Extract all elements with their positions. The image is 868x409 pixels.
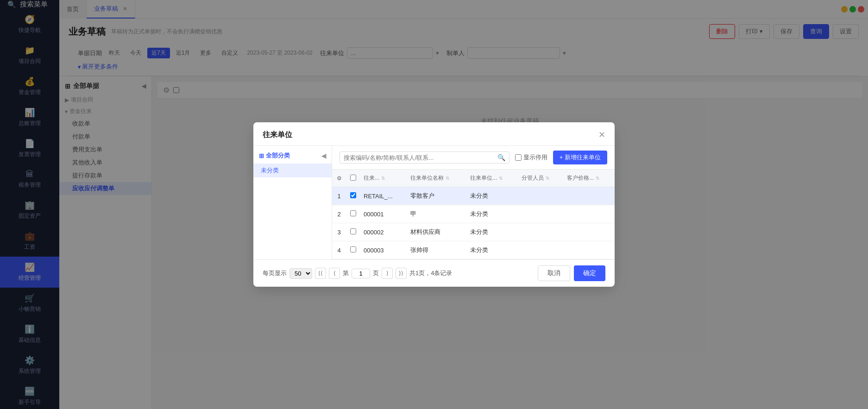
row-price-0 (563, 187, 615, 205)
search-box: 🔍 (340, 151, 509, 164)
sort-name-icon: ⇅ (446, 176, 449, 181)
dialog-toolbar: 🔍 显示停用 + 新增往来单位 (332, 146, 615, 170)
row-check-0[interactable] (350, 192, 356, 198)
th-code: 往来... ⇅ (360, 170, 407, 187)
row-category-1: 未分类 (466, 205, 518, 223)
row-name-3: 张帅得 (407, 241, 466, 259)
th-checkbox (346, 170, 360, 187)
dialog-categories: ⊞ 全部分类 ◀ 未分类 (253, 146, 332, 259)
table-body: 1 RETAIL_... 零散客户 未分类 2 000001 甲 未分类 3 (332, 187, 615, 259)
row-name-1: 甲 (407, 205, 466, 223)
row-settings-3: 4 (332, 241, 346, 259)
th-category: 往来单位... ⇅ (466, 170, 518, 187)
row-manager-3 (518, 241, 563, 259)
dialog-body: ⊞ 全部分类 ◀ 未分类 🔍 显示停用 (253, 146, 615, 259)
row-manager-1 (518, 205, 563, 223)
row-check-1[interactable] (350, 210, 356, 216)
table-row[interactable]: 3 000002 材料供应商 未分类 (332, 223, 615, 241)
row-code-0: RETAIL_... (360, 187, 407, 205)
table-row[interactable]: 4 000003 张帅得 未分类 (332, 241, 615, 259)
dialog-header: 往来单位 ✕ (253, 122, 615, 146)
dialog-cat-header: ⊞ 全部分类 ◀ (253, 151, 332, 164)
row-checkbox-2[interactable] (346, 223, 360, 241)
table-header-row: ⚙ 往来... ⇅ (332, 170, 615, 187)
prev-page-button[interactable]: ⟨ (329, 268, 340, 279)
row-manager-0 (518, 187, 563, 205)
row-checkbox-3[interactable] (346, 241, 360, 259)
add-partner-button[interactable]: + 新增往来单位 (553, 151, 607, 164)
row-price-3 (563, 241, 615, 259)
row-name-0: 零散客户 (407, 187, 466, 205)
page-number-input[interactable] (352, 269, 370, 278)
search-input[interactable] (344, 154, 495, 161)
dialog-footer: 每页显示 50 ⟨⟨ ⟨ 第 页 ⟩ ⟩⟩ 共1页，4条记录 取消 确定 (253, 259, 615, 287)
partners-table: ⚙ 往来... ⇅ (332, 170, 615, 259)
row-code-1: 000001 (360, 205, 407, 223)
sort-cat-icon: ⇅ (499, 176, 503, 181)
row-settings-2: 3 (332, 223, 346, 241)
search-magnifier-icon: 🔍 (497, 154, 505, 161)
table-row[interactable]: 2 000001 甲 未分类 (332, 205, 615, 223)
dialog-table: ⚙ 往来... ⇅ (332, 170, 615, 259)
dialog-close-button[interactable]: ✕ (598, 130, 605, 140)
select-all-table-checkbox[interactable] (350, 175, 356, 181)
th-price-type: 客户价格... ⇅ (563, 170, 615, 187)
row-checkbox-0[interactable] (346, 187, 360, 205)
th-settings: ⚙ (332, 170, 346, 187)
row-category-0: 未分类 (466, 187, 518, 205)
dialog-action-buttons: 取消 确定 (538, 265, 605, 281)
sort-manager-icon: ⇅ (546, 176, 549, 181)
sort-code-icon: ⇅ (381, 176, 385, 181)
row-check-3[interactable] (350, 246, 356, 252)
row-check-2[interactable] (350, 228, 356, 234)
gear-icon-th[interactable]: ⚙ (337, 175, 342, 182)
row-category-2: 未分类 (466, 223, 518, 241)
next-page-button[interactable]: ⟩ (382, 268, 393, 279)
row-code-2: 000002 (360, 223, 407, 241)
show-disabled-checkbox[interactable] (515, 154, 522, 161)
sort-price-icon: ⇅ (596, 176, 599, 181)
pagination: 每页显示 50 ⟨⟨ ⟨ 第 页 ⟩ ⟩⟩ 共1页，4条记录 (263, 268, 532, 279)
dialog-right: 🔍 显示停用 + 新增往来单位 ⚙ (332, 146, 615, 259)
page-size-select[interactable]: 50 (289, 268, 312, 279)
table-row[interactable]: 1 RETAIL_... 零散客户 未分类 (332, 187, 615, 205)
row-manager-2 (518, 223, 563, 241)
last-page-button[interactable]: ⟩⟩ (396, 268, 407, 279)
collapse-categories-button[interactable]: ◀ (321, 152, 326, 159)
cancel-button[interactable]: 取消 (538, 265, 570, 281)
row-checkbox-1[interactable] (346, 205, 360, 223)
row-price-2 (563, 223, 615, 241)
row-settings-0: 1 (332, 187, 346, 205)
grid-icon-dialog: ⊞ (259, 152, 264, 159)
dialog-cat-unclassified[interactable]: 未分类 (253, 164, 332, 177)
th-name: 往来单位名称 ⇅ (407, 170, 466, 187)
row-price-1 (563, 205, 615, 223)
show-disabled-toggle: 显示停用 (515, 153, 547, 162)
partner-dialog: 往来单位 ✕ ⊞ 全部分类 ◀ 未分类 (253, 122, 615, 287)
row-name-2: 材料供应商 (407, 223, 466, 241)
th-manager: 分管人员 ⇅ (518, 170, 563, 187)
dialog-title: 往来单位 (263, 130, 292, 140)
dialog-overlay: 往来单位 ✕ ⊞ 全部分类 ◀ 未分类 (0, 0, 868, 409)
first-page-button[interactable]: ⟨⟨ (315, 268, 326, 279)
row-settings-1: 2 (332, 205, 346, 223)
row-code-3: 000003 (360, 241, 407, 259)
row-category-3: 未分类 (466, 241, 518, 259)
confirm-button[interactable]: 确定 (574, 265, 605, 281)
